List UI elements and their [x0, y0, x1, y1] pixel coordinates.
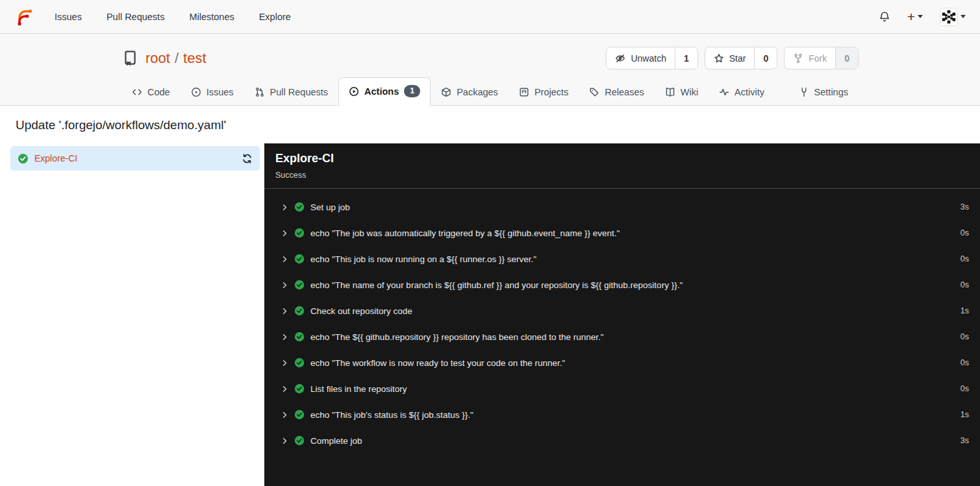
- success-check-icon: [294, 280, 305, 290]
- job-log-header: Explore-CI Success: [264, 143, 980, 189]
- fork-icon: [793, 53, 803, 64]
- success-check-icon: [294, 202, 305, 212]
- success-check-icon: [294, 332, 305, 342]
- repo-owner-link[interactable]: root: [145, 50, 170, 67]
- step-row[interactable]: Complete job 3s: [264, 428, 980, 454]
- git-pull-request-icon: [255, 87, 265, 97]
- chevron-right-icon[interactable]: [281, 411, 288, 419]
- step-label: echo "The workflow is now ready to test …: [310, 358, 565, 368]
- forgejo-logo[interactable]: [14, 6, 35, 27]
- tab-label: Issues: [207, 87, 234, 97]
- tab-code[interactable]: Code: [121, 79, 181, 105]
- success-check-icon: [294, 228, 305, 238]
- tab-label: Packages: [457, 87, 498, 97]
- step-duration: 3s: [961, 202, 969, 212]
- jobs-sidebar: Explore-CI: [0, 143, 264, 486]
- success-check-icon: [18, 153, 29, 164]
- step-row[interactable]: echo "The job was automatically triggere…: [264, 220, 980, 246]
- step-row[interactable]: List files in the repository 0s: [264, 376, 980, 402]
- tab-label: Releases: [605, 87, 644, 97]
- step-label: echo "The name of your branch is ${{ git…: [310, 280, 683, 290]
- chevron-right-icon[interactable]: [281, 204, 288, 211]
- navbar-right: +: [879, 8, 966, 26]
- step-label: echo "This job's status is ${{ job.statu…: [310, 410, 473, 420]
- tab-actions[interactable]: Actions 1: [338, 77, 431, 106]
- success-check-icon: [294, 358, 305, 368]
- job-status-text: Success: [275, 171, 969, 180]
- workflow-run-view: Update '.forgejo/workflows/demo.yaml' Ex…: [0, 106, 980, 486]
- tab-label: Settings: [814, 87, 848, 97]
- star-button[interactable]: Star 0: [705, 47, 777, 69]
- create-new-dropdown[interactable]: +: [907, 10, 923, 23]
- tab-label: Actions: [364, 86, 399, 97]
- tab-projects[interactable]: Projects: [509, 79, 579, 105]
- repo-breadcrumb: root / test: [145, 50, 207, 67]
- step-row[interactable]: Set up job 3s: [264, 194, 980, 220]
- chevron-right-icon[interactable]: [281, 385, 288, 393]
- step-row[interactable]: Check out repository code 1s: [264, 298, 980, 324]
- nav-milestones[interactable]: Milestones: [189, 12, 234, 22]
- repo-name-link[interactable]: test: [183, 50, 206, 67]
- issue-opened-icon: [191, 87, 201, 97]
- chevron-right-icon[interactable]: [281, 308, 288, 315]
- notifications-bell-icon[interactable]: [879, 11, 890, 23]
- step-label: echo "This job is now running on a ${{ r…: [310, 254, 536, 264]
- chevron-down-icon: [918, 15, 923, 18]
- step-row[interactable]: echo "This job is now running on a ${{ r…: [264, 246, 980, 272]
- watch-count[interactable]: 1: [675, 47, 697, 69]
- breadcrumb-separator: /: [175, 50, 179, 67]
- chevron-right-icon[interactable]: [281, 256, 288, 263]
- unwatch-label: Unwatch: [631, 53, 666, 64]
- step-row[interactable]: echo "The workflow is now ready to test …: [264, 350, 980, 376]
- step-duration: 1s: [961, 306, 969, 315]
- tab-label: Projects: [534, 87, 568, 97]
- tab-wiki[interactable]: Wiki: [655, 79, 709, 105]
- chevron-right-icon[interactable]: [281, 359, 288, 367]
- step-label: echo "The job was automatically triggere…: [310, 228, 620, 238]
- tab-packages[interactable]: Packages: [431, 79, 509, 105]
- tab-label: Wiki: [681, 87, 698, 97]
- fork-label: Fork: [809, 53, 827, 64]
- tag-icon: [589, 87, 599, 97]
- chevron-right-icon[interactable]: [281, 230, 288, 237]
- tab-activity[interactable]: Activity: [709, 79, 775, 105]
- chevron-right-icon[interactable]: [281, 334, 288, 341]
- step-row[interactable]: echo "The ${{ github.repository }} repos…: [264, 324, 980, 350]
- tab-label: Pull Requests: [270, 87, 328, 97]
- tab-releases[interactable]: Releases: [579, 79, 654, 105]
- step-label: echo "The ${{ github.repository }} repos…: [310, 332, 604, 342]
- user-menu-dropdown[interactable]: [940, 8, 966, 26]
- step-duration: 0s: [961, 332, 969, 341]
- step-label: Complete job: [310, 436, 362, 446]
- job-log-panel: Explore-CI Success Set up job 3s: [264, 143, 980, 486]
- step-duration: 0s: [961, 358, 969, 367]
- tab-issues[interactable]: Issues: [181, 79, 244, 105]
- success-check-icon: [294, 383, 305, 394]
- tab-label: Code: [147, 87, 170, 97]
- chevron-right-icon[interactable]: [281, 282, 288, 289]
- chevron-down-icon: [961, 15, 966, 18]
- play-circle-icon: [349, 86, 359, 97]
- tab-settings[interactable]: Settings: [788, 79, 859, 105]
- user-avatar: [940, 8, 958, 26]
- refresh-icon[interactable]: [242, 153, 253, 164]
- step-row[interactable]: echo "The name of your branch is ${{ git…: [264, 272, 980, 298]
- step-duration: 0s: [961, 280, 969, 289]
- repo-tabs: Code Issues Pull Requests: [121, 76, 859, 105]
- tab-pull-requests[interactable]: Pull Requests: [244, 79, 338, 105]
- job-item-explore-ci[interactable]: Explore-CI: [10, 146, 260, 171]
- star-icon: [714, 53, 724, 64]
- star-count[interactable]: 0: [754, 47, 777, 69]
- job-name: Explore-CI: [34, 153, 77, 164]
- step-duration: 0s: [961, 384, 969, 393]
- nav-pull-requests[interactable]: Pull Requests: [107, 12, 164, 22]
- wrench-icon: [799, 87, 809, 97]
- unwatch-button[interactable]: Unwatch 1: [606, 47, 697, 69]
- steps-list: Set up job 3s echo "The job was automati…: [264, 189, 980, 459]
- top-navbar: Issues Pull Requests Milestones Explore …: [0, 0, 980, 34]
- chevron-right-icon[interactable]: [281, 437, 288, 444]
- nav-explore[interactable]: Explore: [259, 12, 291, 22]
- nav-issues[interactable]: Issues: [55, 12, 82, 22]
- step-row[interactable]: echo "This job's status is ${{ job.statu…: [264, 402, 980, 428]
- success-check-icon: [294, 435, 305, 446]
